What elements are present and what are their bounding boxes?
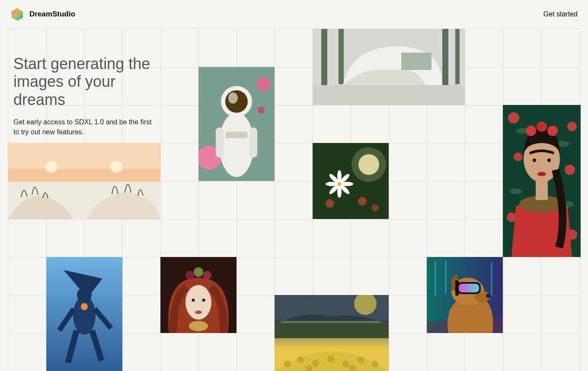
svg-point-69 <box>194 267 203 277</box>
get-started-link[interactable]: Get started <box>543 10 578 18</box>
svg-rect-15 <box>339 29 344 84</box>
svg-point-62 <box>77 288 92 302</box>
svg-rect-74 <box>275 323 389 338</box>
gallery-image-frida[interactable] <box>503 105 581 257</box>
hero-subtitle: Get early access to SDXL 1.0 and be the … <box>13 117 152 137</box>
svg-point-43 <box>565 165 575 175</box>
svg-point-36 <box>326 199 334 208</box>
svg-point-37 <box>358 197 367 206</box>
gallery-image-astronaut[interactable] <box>198 67 275 181</box>
main-area: Start generating the images of your drea… <box>8 29 580 371</box>
svg-point-26 <box>352 147 386 182</box>
svg-point-23 <box>110 161 122 173</box>
svg-rect-18 <box>401 53 431 70</box>
svg-point-41 <box>567 122 577 131</box>
svg-point-4 <box>258 107 265 114</box>
svg-point-79 <box>342 361 349 368</box>
gallery-image-beach[interactable] <box>8 143 160 219</box>
svg-point-67 <box>195 311 202 314</box>
svg-rect-14 <box>321 29 327 85</box>
svg-point-57 <box>537 121 547 132</box>
svg-rect-89 <box>459 284 479 292</box>
svg-point-61 <box>81 303 88 310</box>
svg-point-81 <box>371 361 378 368</box>
gallery-image-robot[interactable] <box>46 257 122 371</box>
svg-rect-11 <box>249 127 257 158</box>
svg-point-3 <box>256 77 270 91</box>
hero-title: Start generating the images of your drea… <box>13 55 160 108</box>
svg-marker-0 <box>12 8 23 21</box>
svg-point-38 <box>372 204 379 211</box>
svg-point-64 <box>185 285 211 320</box>
svg-rect-17 <box>455 29 460 84</box>
gallery-image-flowers[interactable] <box>313 143 389 219</box>
gallery-image-dog[interactable] <box>427 257 503 333</box>
gallery-image-redhead[interactable] <box>160 257 236 333</box>
svg-point-58 <box>547 126 558 136</box>
svg-point-40 <box>508 112 519 124</box>
svg-point-54 <box>547 159 551 162</box>
svg-point-5 <box>219 112 254 177</box>
gallery-image-architecture[interactable] <box>313 29 465 105</box>
svg-point-9 <box>228 92 238 104</box>
svg-point-68 <box>185 271 194 279</box>
svg-rect-10 <box>216 127 224 158</box>
svg-point-70 <box>203 271 211 279</box>
svg-point-80 <box>358 356 364 363</box>
svg-rect-90 <box>455 280 459 296</box>
brand-block[interactable]: DreamStudio <box>10 7 75 21</box>
svg-point-78 <box>327 355 334 362</box>
svg-point-65 <box>192 299 195 302</box>
svg-point-55 <box>537 172 546 176</box>
svg-rect-6 <box>226 132 247 138</box>
svg-point-56 <box>526 126 536 136</box>
svg-point-87 <box>486 294 490 298</box>
brand-name: DreamStudio <box>29 10 75 19</box>
svg-point-47 <box>557 141 569 147</box>
svg-point-22 <box>45 161 58 173</box>
svg-point-53 <box>533 159 536 162</box>
svg-point-42 <box>514 152 522 161</box>
brand-logo-icon <box>10 7 24 21</box>
svg-rect-16 <box>442 29 448 85</box>
svg-point-77 <box>312 360 319 367</box>
gallery-image-field[interactable] <box>275 295 389 371</box>
svg-point-48 <box>510 188 522 194</box>
svg-rect-13 <box>313 85 465 105</box>
svg-point-66 <box>202 299 205 302</box>
hero-text: Start generating the images of your drea… <box>13 55 160 137</box>
header: DreamStudio Get started <box>0 0 588 29</box>
svg-point-75 <box>284 361 291 368</box>
svg-point-71 <box>189 321 208 331</box>
svg-point-76 <box>297 356 304 363</box>
